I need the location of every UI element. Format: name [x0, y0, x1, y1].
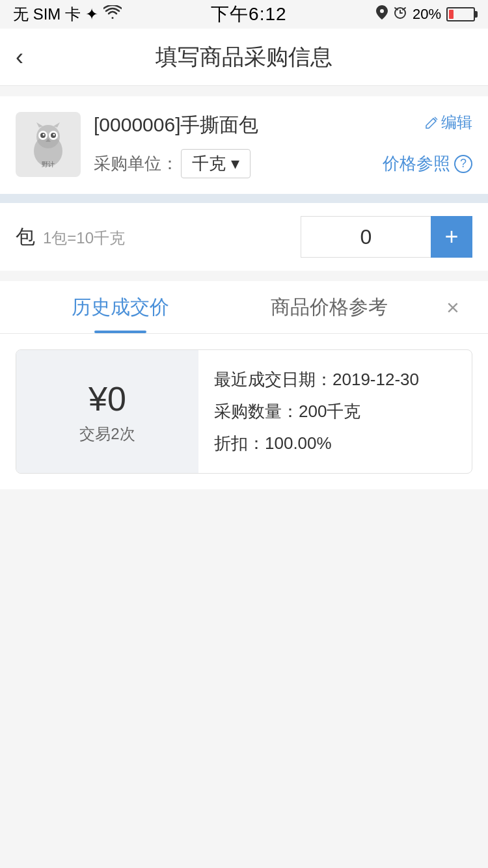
quantity-detail-value: 200千克: [299, 400, 360, 423]
edit-button[interactable]: 编辑: [424, 112, 472, 133]
quantity-row: 包 1包=10千克 +: [0, 203, 488, 271]
page-title: 填写商品采购信息: [156, 42, 332, 72]
quantity-input[interactable]: [301, 216, 431, 258]
battery-icon: [446, 7, 475, 21]
wifi-icon: [103, 5, 122, 23]
alarm-icon: [393, 5, 407, 23]
tab-history-price[interactable]: 历史成交价: [16, 281, 224, 333]
unit-dropdown[interactable]: 千克 ▾: [181, 149, 251, 178]
product-card: 野计 [0000006]手撕面包 编辑 采购单位： 千克 ▾: [0, 96, 488, 194]
product-details: [0000006]手撕面包 编辑 采购单位： 千克 ▾ 价格参照: [94, 112, 472, 178]
tab-active-indicator: [94, 331, 146, 333]
discount-label: 折扣：: [214, 432, 265, 455]
recent-date-value: 2019-12-30: [332, 370, 419, 390]
quantity-plus-button[interactable]: +: [431, 216, 472, 258]
svg-point-7: [43, 134, 45, 136]
tab-history-label: 历史成交价: [72, 294, 169, 321]
quantity-detail-label: 采购数量：: [214, 400, 299, 423]
history-section: ¥0 交易2次 最近成交日期： 2019-12-30 采购数量： 200千克 折…: [0, 334, 488, 489]
location-icon: [376, 5, 388, 23]
dropdown-arrow-icon: ▾: [231, 154, 239, 174]
svg-point-8: [53, 134, 55, 136]
product-logo-icon: 野计: [22, 118, 74, 170]
history-quantity-row: 采购数量： 200千克: [214, 400, 456, 423]
status-time: 下午6:12: [211, 2, 287, 27]
tab-close-button[interactable]: ×: [433, 281, 472, 333]
product-name: [0000006]手撕面包: [94, 112, 258, 139]
tabs-container: 历史成交价 商品价格参考 ×: [0, 281, 488, 334]
status-left: 无 SIM 卡 ✦: [13, 4, 122, 25]
status-bar: 无 SIM 卡 ✦ 下午6:12 20%: [0, 0, 488, 29]
edit-icon: [424, 115, 439, 129]
history-discount-row: 折扣： 100.00%: [214, 432, 456, 455]
history-recent-date-row: 最近成交日期： 2019-12-30: [214, 368, 456, 391]
unit-select-group: 采购单位： 千克 ▾: [94, 149, 251, 178]
price-ref-help-icon: ?: [454, 155, 472, 173]
unit-value: 千克: [192, 152, 226, 175]
tab-price-ref-label: 商品价格参考: [271, 294, 388, 321]
section-divider: [0, 194, 488, 203]
quantity-label-group: 包 1包=10千克: [16, 224, 125, 251]
quantity-unit-label: 包: [16, 224, 35, 251]
quantity-conversion: 1包=10千克: [43, 228, 125, 249]
product-image: 野计: [16, 112, 81, 177]
battery-percent: 20%: [413, 6, 441, 23]
quantity-input-group: +: [301, 216, 472, 258]
edit-label: 编辑: [441, 112, 472, 133]
svg-text:野计: 野计: [42, 161, 55, 168]
nav-bar: ‹ 填写商品采购信息: [0, 29, 488, 86]
discount-value: 100.00%: [265, 433, 332, 454]
history-trades: 交易2次: [79, 424, 135, 444]
price-ref-label: 价格参照: [383, 152, 450, 175]
back-button[interactable]: ‹: [16, 44, 23, 71]
price-ref-button[interactable]: 价格参照 ?: [383, 152, 472, 175]
history-right-panel: 最近成交日期： 2019-12-30 采购数量： 200千克 折扣： 100.0…: [198, 350, 472, 473]
status-right: 20%: [376, 5, 475, 23]
history-card: ¥0 交易2次 最近成交日期： 2019-12-30 采购数量： 200千克 折…: [16, 349, 472, 474]
history-left-panel: ¥0 交易2次: [16, 350, 198, 473]
no-sim-text: 无 SIM 卡 ✦: [13, 4, 98, 25]
history-price: ¥0: [88, 379, 126, 418]
unit-label: 采购单位：: [94, 152, 178, 175]
tab-price-ref[interactable]: 商品价格参考: [224, 281, 433, 333]
recent-date-label: 最近成交日期：: [214, 368, 332, 391]
